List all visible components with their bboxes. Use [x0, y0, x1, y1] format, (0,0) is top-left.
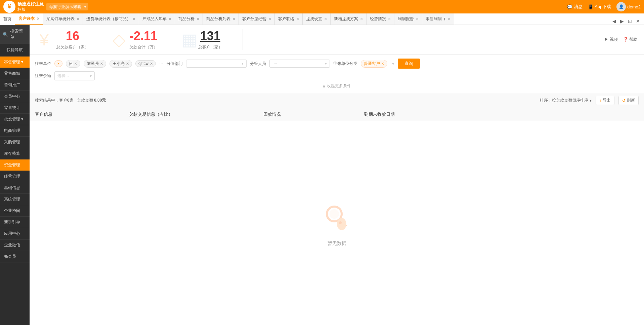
filter-person-select[interactable]: ··· ▾: [269, 60, 330, 68]
filter-tag-normal-customer-close[interactable]: ✕: [381, 62, 384, 66]
sidebar-item-purchase[interactable]: 采购管理: [0, 137, 30, 148]
filter-tag-chenminqiang-close[interactable]: ✕: [100, 62, 103, 66]
tab-purchase-order-close[interactable]: ✕: [77, 17, 79, 21]
col-due-date: 到期未收款日期: [364, 111, 639, 117]
sort-label: 排序：按欠款金额倒序排序: [540, 98, 588, 103]
sidebar-item-enterprise[interactable]: 企业协同: [0, 205, 30, 217]
tab-retail-profit-close[interactable]: ✕: [448, 17, 450, 21]
sidebar-item-finance-label: 资金管理: [4, 162, 20, 167]
logo-text: 畅捷通好生意 标版: [17, 1, 44, 12]
export-label: 导出: [603, 98, 611, 103]
tab-accounts[interactable]: 客户账本 ✕: [15, 13, 43, 25]
tab-new-reminder-close[interactable]: ✕: [360, 17, 363, 21]
filter-tag-normal-customer[interactable]: 普通客户 ✕: [361, 60, 387, 68]
sidebar-item-vip-member[interactable]: 畅会员: [0, 251, 30, 262]
tab-accounts-close[interactable]: ✕: [37, 17, 39, 21]
filter-balance-select[interactable]: 选择... ▾: [54, 71, 95, 80]
tab-prev-button[interactable]: ◀: [611, 18, 617, 25]
tab-profit-report-close[interactable]: ✕: [416, 17, 419, 21]
filter-unit-class-dropdown[interactable]: ▾: [392, 61, 394, 66]
video-button[interactable]: ▶ 视频: [604, 37, 617, 42]
tab-bar: 首页 客户账本 ✕ 采购订单统计表 ✕ 进货单统计表（按商品） ✕ 产成品入库单…: [0, 13, 644, 25]
tab-customer-segment[interactable]: 客户分层经营 ✕: [239, 13, 275, 25]
filter-tag-wangxiaoliang[interactable]: 王小亮 ✕: [110, 60, 132, 68]
filter-dept-select[interactable]: ▾: [186, 60, 247, 68]
tab-product-analysis-list-close[interactable]: ✕: [232, 17, 235, 21]
app-download-button[interactable]: 📱 App下载: [588, 4, 611, 10]
tab-retail-profit-label: 零售利润（: [426, 16, 446, 22]
sort-arrow-icon: ▾: [590, 98, 592, 103]
sidebar-item-system[interactable]: 系统管理: [0, 194, 30, 205]
tab-reminder-settings-close[interactable]: ✕: [324, 17, 327, 21]
result-bar: 搜索结果中，客户0家 欠款金额 0.00元 排序：按欠款金额倒序排序 ▾ ↑ 导…: [30, 93, 644, 108]
tab-home[interactable]: 首页: [0, 13, 15, 25]
export-button[interactable]: ↑ 导出: [596, 96, 614, 105]
sidebar-item-member[interactable]: 会员中心: [0, 91, 30, 102]
sidebar-item-quick-nav[interactable]: 快捷导航: [0, 44, 30, 57]
sidebar-item-enterprise-wechat[interactable]: 企业微信: [0, 240, 30, 251]
user-area[interactable]: 👤 demo2: [616, 2, 641, 11]
tab-profit-report[interactable]: 利润报告 ✕: [394, 13, 422, 25]
tab-customer-contact-close[interactable]: ✕: [296, 17, 299, 21]
filter-tag-x-label: x: [57, 61, 59, 66]
sidebar-item-marketing[interactable]: 营销推广: [0, 79, 30, 91]
tab-new-reminder[interactable]: 新增提成方案 ✕: [331, 13, 367, 25]
sidebar-item-ecommerce[interactable]: 电商管理: [0, 125, 30, 137]
refresh-icon: ↺: [622, 98, 626, 103]
sidebar-item-basic-info[interactable]: 基础信息: [0, 182, 30, 194]
sidebar-item-wholesale[interactable]: 批发管理 ▾: [0, 114, 30, 125]
tab-product-analysis[interactable]: 商品分析 ✕: [175, 13, 203, 25]
tab-inbound-stats-close[interactable]: ✕: [133, 17, 135, 21]
tab-cost-inbound-close[interactable]: ✕: [169, 17, 171, 21]
tab-operation-close[interactable]: ✕: [388, 17, 391, 21]
sidebar-item-enterprise-label: 企业协同: [4, 208, 20, 213]
account-dropdown-wrap[interactable]: 母婴行业演示账套: [46, 3, 88, 10]
filter-tag-cjttcw-close[interactable]: ✕: [150, 62, 153, 66]
sidebar-item-app-center[interactable]: 应用中心: [0, 228, 30, 240]
filter-more-button[interactable]: ···: [159, 61, 163, 66]
sidebar-item-retail-stats[interactable]: 零售统计: [0, 102, 30, 114]
message-button[interactable]: 💬 消息: [567, 4, 583, 10]
tab-product-analysis-close[interactable]: ✕: [197, 17, 199, 21]
tab-purchase-order[interactable]: 采购订单统计表 ✕: [43, 13, 83, 25]
tab-cost-inbound[interactable]: 产成品入库单 ✕: [139, 13, 175, 25]
sidebar-item-retail-mall[interactable]: 零售商城: [0, 68, 30, 79]
filter-tag-wangxiaoliang-close[interactable]: ✕: [126, 62, 129, 66]
refresh-button[interactable]: ↺ 刷新: [618, 96, 639, 105]
filter-tag-wangxiaoliang-label: 王小亮: [113, 61, 125, 67]
filter-tag-cjttcw[interactable]: cjttcw ✕: [135, 60, 156, 67]
tab-operation[interactable]: 经营情况 ✕: [367, 13, 394, 25]
tab-customer-segment-close[interactable]: ✕: [268, 17, 271, 21]
filter-tag-wu-close[interactable]: ✕: [74, 62, 77, 66]
tab-actions: ◀ ▶ ⊡ ✕: [608, 18, 644, 25]
account-dropdown[interactable]: 母婴行业演示账套: [46, 3, 88, 10]
help-button[interactable]: ❓ 帮助: [623, 37, 637, 42]
sidebar-item-business-mgmt[interactable]: 经营管理: [0, 171, 30, 182]
filter-tag-cjttcw-label: cjttcw: [138, 61, 148, 66]
sidebar-item-basic-info-label: 基础信息: [4, 185, 20, 190]
tab-inbound-stats[interactable]: 进货单统计表（按商品） ✕: [83, 13, 139, 25]
filter-person-label: 分管人员: [250, 61, 266, 67]
sidebar-item-retail[interactable]: 零售管理 ▾: [0, 57, 30, 68]
sidebar-item-finance[interactable]: 资金管理: [0, 159, 30, 171]
query-button[interactable]: 查询: [398, 59, 420, 69]
tab-next-button[interactable]: ▶: [619, 18, 625, 25]
tab-reminder-settings[interactable]: 提成设置 ✕: [303, 13, 331, 25]
sidebar-item-newcomer[interactable]: 新手引导: [0, 217, 30, 228]
tab-expand-button[interactable]: ⊡: [627, 18, 633, 25]
sidebar-search[interactable]: 🔍 搜索菜单: [0, 25, 30, 44]
sort-dropdown[interactable]: 排序：按欠款金额倒序排序 ▾: [540, 98, 592, 103]
sidebar-item-member-label: 会员中心: [4, 94, 20, 99]
tab-customer-contact[interactable]: 客户联络 ✕: [275, 13, 303, 25]
filter-tag-x[interactable]: x: [54, 60, 62, 67]
filter-tag-wu[interactable]: 伍 ✕: [66, 60, 80, 68]
empty-illustration: [320, 200, 354, 241]
tab-close-all-button[interactable]: ✕: [635, 18, 641, 25]
filter-tag-chenminqiang[interactable]: 陈民强 ✕: [84, 60, 106, 68]
filter-balance-placeholder: 选择...: [57, 73, 69, 79]
tab-retail-profit[interactable]: 零售利润（ ✕: [422, 13, 454, 25]
sidebar-item-inventory[interactable]: 库存核算: [0, 148, 30, 159]
tab-product-analysis-list[interactable]: 商品分析列表 ✕: [203, 13, 239, 25]
svg-point-4: [339, 221, 342, 224]
filter-collapse-button[interactable]: ∧ 收起更多条件: [35, 83, 639, 89]
